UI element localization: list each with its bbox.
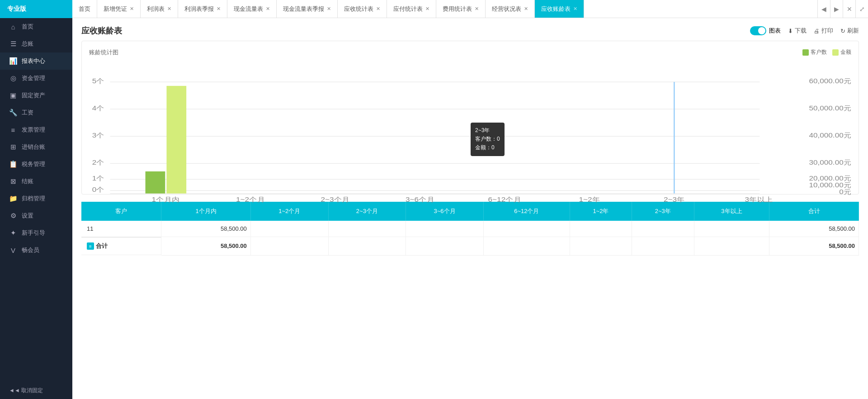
tab-expense-close[interactable]: ✕ [475,6,479,12]
tab-profit-q-label: 利润表季报 [184,5,214,13]
invoice-icon: ≡ [9,126,17,134]
tab-expense-label: 费用统计表 [443,5,472,13]
svg-text:3年以上: 3年以上 [745,196,774,203]
app-logo: 专业版 [0,0,72,18]
sidebar-item-home[interactable]: ⌂ 首页 [0,18,72,35]
total-y3plus [694,237,769,256]
tab-cashflow-q[interactable]: 现金流量表季报 ✕ [277,0,338,18]
sidebar: 专业版 ⌂ 首页 ☰ 总账 📊 报表中心 ◎ 资金管理 ▣ 固定资产 🔧 工资 … [0,0,72,399]
tab-cashflow-close[interactable]: ✕ [266,6,270,12]
sidebar-pin-toggle[interactable]: ◄◄ 取消固定 [0,382,72,399]
sidebar-item-salary[interactable]: 🔧 工资 [0,104,72,121]
tab-biz-close[interactable]: ✕ [524,6,528,12]
sidebar-item-ledger[interactable]: ☰ 总账 [0,35,72,52]
tab-biz[interactable]: 经营状况表 ✕ [486,0,535,18]
refresh-button[interactable]: ↻ 刷新 [840,27,859,35]
svg-text:20,000.00元: 20,000.00元 [809,175,851,182]
cell-total: 58,500.00 [769,221,859,237]
tab-home-label: 首页 [79,5,90,13]
sidebar-item-assets[interactable]: ▣ 固定资产 [0,87,72,104]
chart-toggle-label: 图表 [769,27,781,35]
svg-text:1~2个月: 1~2个月 [236,196,265,203]
tab-cashflow-q-label: 现金流量表季报 [283,5,324,13]
svg-text:10,000.00元: 10,000.00元 [809,182,851,189]
tab-close-all[interactable]: ✕ [843,0,855,18]
svg-text:1个月内: 1个月内 [152,196,180,203]
sidebar-label-tax: 税务管理 [22,160,45,168]
tooltip-customers: 客户数：0 [475,135,500,143]
sidebar-label-vip: 畅会员 [22,246,39,254]
download-button[interactable]: ⬇ 下载 [788,27,807,35]
tab-scroll-left[interactable]: ◀ [817,0,830,18]
refresh-label: 刷新 [847,27,859,35]
tab-voucher[interactable]: 新增凭证 ✕ [97,0,141,18]
ledger-icon: ☰ [9,40,17,48]
sidebar-item-invoice[interactable]: ≡ 发票管理 [0,121,72,138]
settings-icon: ⚙ [9,212,17,220]
print-button[interactable]: 🖨 打印 [814,27,833,35]
sidebar-label-settings: 设置 [22,212,33,220]
tab-ap-stat-close[interactable]: ✕ [425,6,429,12]
svg-text:1~2年: 1~2年 [579,196,600,203]
sidebar-item-stock[interactable]: ⊞ 进销台账 [0,138,72,156]
tab-voucher-close[interactable]: ✕ [130,6,134,12]
tab-ar-aging-label: 应收账龄表 [541,5,571,13]
tab-ar-stat-label: 应收统计表 [344,5,373,13]
tab-maximize[interactable]: ⤢ [855,0,868,18]
tab-profit[interactable]: 利润表 ✕ [141,0,178,18]
tab-ar-stat[interactable]: 应收统计表 ✕ [338,0,387,18]
page-header: 应收账龄表 图表 ⬇ 下载 🖨 打印 ↻ 刷新 [72,18,868,41]
svg-text:2个: 2个 [92,159,104,166]
cell-m36 [406,221,484,237]
tab-home[interactable]: 首页 [72,0,97,18]
svg-text:2~3年: 2~3年 [664,196,685,203]
total-label: 合计 [96,242,108,250]
tab-profit-q[interactable]: 利润表季报 ✕ [178,0,227,18]
svg-text:3~6个月: 3~6个月 [406,196,434,203]
tab-ar-aging-close[interactable]: ✕ [573,6,577,12]
sidebar-label-guide: 新手引导 [22,229,45,237]
tab-profit-q-close[interactable]: ✕ [217,6,221,12]
tab-biz-label: 经营状况表 [492,5,521,13]
sidebar-item-close[interactable]: ⊠ 结账 [0,173,72,190]
archive-icon: 📁 [9,195,17,203]
total-m1: 58,500.00 [161,237,251,256]
sidebar-item-vip[interactable]: V 畅会员 [0,242,72,259]
tax-icon: 📋 [9,160,17,168]
total-m612 [483,237,570,256]
download-icon: ⬇ [788,28,793,34]
tab-ap-stat[interactable]: 应付统计表 ✕ [387,0,436,18]
sidebar-item-tax[interactable]: 📋 税务管理 [0,156,72,173]
page-content: 应收账龄表 图表 ⬇ 下载 🖨 打印 ↻ 刷新 [72,18,868,399]
svg-text:60,000.00元: 60,000.00元 [809,77,851,84]
total-icon: ≡ [87,242,94,250]
sidebar-item-reports[interactable]: 📊 报表中心 [0,52,72,70]
tab-expense[interactable]: 费用统计表 ✕ [436,0,486,18]
svg-text:6~12个月: 6~12个月 [488,196,522,203]
home-icon: ⌂ [9,23,17,31]
tab-cashflow[interactable]: 现金流量表 ✕ [227,0,277,18]
sidebar-label-salary: 工资 [22,109,33,117]
tab-ar-aging[interactable]: 应收账龄表 ✕ [535,0,584,18]
tab-profit-close[interactable]: ✕ [167,6,171,12]
tab-scroll-right[interactable]: ▶ [830,0,843,18]
sidebar-item-settings[interactable]: ⚙ 设置 [0,207,72,224]
sidebar-item-fund[interactable]: ◎ 资金管理 [0,70,72,87]
cell-y12 [570,221,632,237]
tab-bar: 首页 新增凭证 ✕ 利润表 ✕ 利润表季报 ✕ 现金流量表 ✕ 现金流量表季报 … [72,0,868,18]
close-accounts-icon: ⊠ [9,177,17,185]
sidebar-item-guide[interactable]: ✦ 新手引导 [0,224,72,242]
total-m12 [250,237,328,256]
svg-text:30,000.00元: 30,000.00元 [809,159,851,166]
svg-text:40,000.00元: 40,000.00元 [809,132,851,138]
sidebar-label-close: 结账 [22,177,33,185]
tab-ar-stat-close[interactable]: ✕ [376,6,380,12]
reports-icon: 📊 [9,57,17,65]
svg-text:3个: 3个 [92,132,104,138]
tab-cashflow-q-close[interactable]: ✕ [327,6,331,12]
sidebar-item-archive[interactable]: 📁 归档管理 [0,190,72,207]
chart-svg: 5个 4个 3个 2个 1个 0个 60,000.00元 50,000.00元 … [82,55,859,208]
salary-icon: 🔧 [9,109,17,117]
guide-icon: ✦ [9,229,17,237]
chart-toggle[interactable] [750,26,766,35]
